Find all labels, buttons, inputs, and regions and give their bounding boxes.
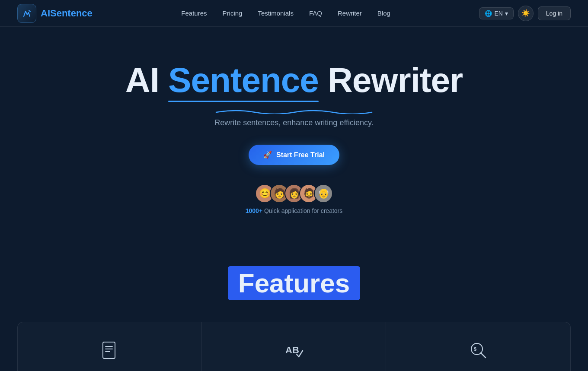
- features-title: Features: [228, 266, 360, 300]
- start-trial-button[interactable]: 🚀 Start Free Trial: [249, 145, 339, 165]
- nav-blog[interactable]: Blog: [377, 10, 390, 17]
- hero-title-highlight: Sentence: [168, 61, 319, 99]
- social-proof: 😊 🧑 👩 🧔 👴 1000+ Quick application for cr…: [9, 184, 579, 214]
- hero-title-prefix: AI: [125, 61, 168, 99]
- plagiarism-icon: $: [469, 341, 487, 363]
- logo-text: AISentence: [41, 8, 93, 19]
- social-proof-text: 1000+ Quick application for creators: [246, 207, 343, 214]
- cta-label: Start Free Trial: [276, 151, 325, 159]
- hero-section: AI Sentence Rewriter Rewrite sentences, …: [0, 27, 588, 240]
- hero-subtitle: Rewrite sentences, enhance writing effic…: [9, 118, 579, 127]
- sun-icon: ☀️: [521, 9, 530, 17]
- lang-label: EN: [494, 10, 502, 17]
- logo-icon: [17, 4, 36, 23]
- chevron-down-icon: ▾: [505, 10, 508, 17]
- feature-card-plagiarism: $ Plagiarism Detection Scans text agains…: [386, 322, 570, 371]
- nav-faq[interactable]: FAQ: [309, 10, 322, 17]
- nav-rewriter[interactable]: Rewriter: [338, 10, 362, 17]
- social-proof-label: Quick application for creators: [264, 207, 342, 214]
- svg-text:AB: AB: [285, 345, 299, 355]
- nav-links: Features Pricing Testimonials FAQ Rewrit…: [181, 10, 390, 17]
- wavy-underline: [212, 108, 376, 114]
- feature-card-grammar: AB Grammar Correction Identifies and cor…: [202, 322, 386, 371]
- hero-title-suffix: Rewriter: [319, 61, 463, 99]
- avatar-group: 😊 🧑 👩 🧔 👴: [255, 184, 333, 203]
- social-proof-count: 1000+: [246, 207, 262, 214]
- features-grid: Text Summarization Automatically condens…: [17, 322, 571, 371]
- nav-testimonials[interactable]: Testimonials: [258, 10, 294, 17]
- feature-card-summarization: Text Summarization Automatically condens…: [18, 322, 202, 371]
- nav-features[interactable]: Features: [181, 10, 207, 17]
- summarization-icon: [101, 341, 118, 364]
- nav-right: 🌐 EN ▾ ☀️ Log in: [479, 6, 571, 21]
- svg-line-6: [481, 353, 486, 358]
- theme-toggle[interactable]: ☀️: [518, 6, 534, 21]
- logo[interactable]: AISentence: [17, 4, 93, 23]
- avatar: 👴: [314, 184, 333, 203]
- login-button[interactable]: Log in: [538, 6, 571, 20]
- navbar: AISentence Features Pricing Testimonials…: [0, 0, 588, 27]
- rocket-icon: 🚀: [263, 151, 272, 159]
- features-heading: Features: [17, 266, 571, 300]
- grammar-icon: AB: [284, 341, 304, 362]
- hero-title: AI Sentence Rewriter: [9, 61, 579, 99]
- language-selector[interactable]: 🌐 EN ▾: [479, 7, 513, 19]
- nav-pricing[interactable]: Pricing: [223, 10, 243, 17]
- features-section: Features Text Summarization Automaticall…: [0, 240, 588, 371]
- svg-text:$: $: [474, 346, 476, 352]
- globe-icon: 🌐: [485, 10, 492, 17]
- svg-rect-0: [103, 342, 115, 358]
